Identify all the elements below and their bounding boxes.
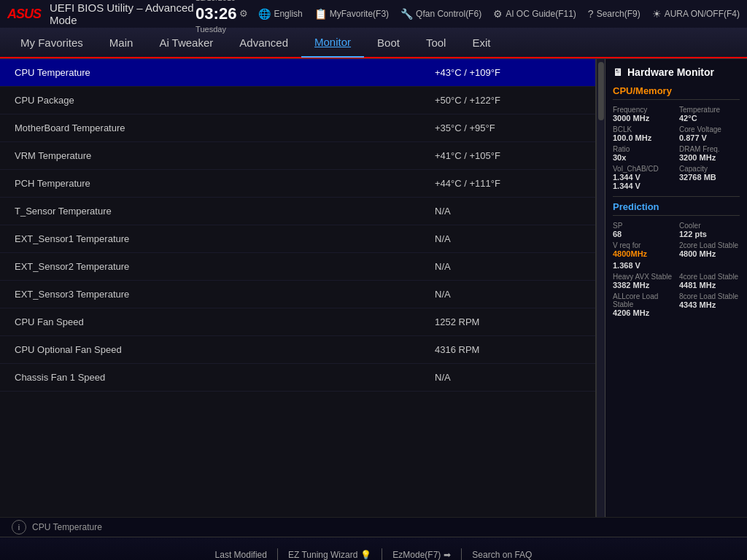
nav-ai-tweaker[interactable]: Ai Tweaker bbox=[146, 27, 226, 58]
myfavorite-button[interactable]: 📋 MyFavorite(F3) bbox=[314, 8, 389, 20]
cpu-memory-stats: Frequency 3000 MHz Temperature 42°C BCLK… bbox=[613, 106, 740, 190]
table-row[interactable]: CPU Package +50°C / +122°F bbox=[0, 87, 595, 114]
row-label: MotherBoard Temperature bbox=[15, 122, 435, 133]
aura-button[interactable]: ☀ AURA ON/OFF(F4) bbox=[652, 8, 740, 20]
scrollbar-thumb[interactable] bbox=[598, 62, 604, 120]
table-row[interactable]: Chassis Fan 1 Speed N/A bbox=[0, 364, 595, 392]
arrow-icon: ➡ bbox=[444, 550, 451, 560]
stat-item: Ratio 30x bbox=[613, 145, 673, 162]
row-value: +43°C / +109°F bbox=[435, 67, 581, 78]
stat-item: ALLcore Load Stable 4206 MHz bbox=[613, 292, 673, 317]
settings-icon[interactable]: ⚙ bbox=[239, 8, 248, 20]
search-icon: ? bbox=[588, 8, 594, 20]
row-value: +35°C / +95°F bbox=[435, 122, 581, 133]
stat-item: 1.368 V bbox=[613, 261, 673, 270]
nav-my-favorites[interactable]: My Favorites bbox=[7, 27, 96, 58]
row-value: N/A bbox=[435, 233, 581, 244]
row-label: CPU Package bbox=[15, 95, 435, 106]
row-value: 4316 RPM bbox=[435, 344, 581, 355]
row-label: VRM Temperature bbox=[15, 150, 435, 161]
fan-icon: 🔧 bbox=[400, 8, 413, 20]
stat-label: Frequency bbox=[613, 106, 673, 114]
stat-value: 4343 MHz bbox=[679, 300, 740, 309]
table-row[interactable]: EXT_Sensor2 Temperature N/A bbox=[0, 253, 595, 281]
stat-value: 30x bbox=[613, 153, 673, 162]
table-row[interactable]: VRM Temperature +41°C / +105°F bbox=[0, 142, 595, 170]
table-row[interactable]: CPU Temperature +43°C / +109°F bbox=[0, 59, 595, 87]
header-top: ASUS UEFI BIOS Utility – Advanced Mode 1… bbox=[0, 0, 747, 28]
stat-item bbox=[679, 261, 740, 270]
qfan-button[interactable]: 🔧 Qfan Control(F6) bbox=[400, 8, 481, 20]
navbar: My Favorites Main Ai Tweaker Advanced Mo… bbox=[0, 28, 747, 58]
ez-tuning-button[interactable]: EZ Tuning Wizard 💡 bbox=[278, 548, 382, 561]
stat-item: 2core Load Stable 4800 MHz bbox=[679, 241, 740, 258]
nav-monitor[interactable]: Monitor bbox=[301, 27, 364, 58]
stat-label: Temperature bbox=[679, 106, 740, 114]
stat-item: V req for 4800MHz bbox=[613, 241, 673, 258]
table-row[interactable]: EXT_Sensor3 Temperature N/A bbox=[0, 281, 595, 308]
row-value: N/A bbox=[435, 289, 581, 300]
row-label: CPU Optional Fan Speed bbox=[15, 344, 435, 355]
time-block: 03:26 ⚙ bbox=[196, 4, 248, 25]
footer: Last Modified EZ Tuning Wizard 💡 EzMode(… bbox=[0, 537, 747, 560]
table-row[interactable]: T_Sensor Temperature N/A bbox=[0, 198, 595, 225]
stat-item: Heavy AVX Stable 3382 MHz bbox=[613, 273, 673, 289]
row-value: 1252 RPM bbox=[435, 316, 581, 327]
scrollbar[interactable] bbox=[596, 59, 605, 517]
stat-value: 32768 MB bbox=[679, 173, 740, 182]
stat-label: Ratio bbox=[613, 145, 673, 153]
stat-value: 3000 MHz bbox=[613, 114, 673, 122]
time-display: 03:26 bbox=[196, 4, 236, 25]
stat-value: 4206 MHz bbox=[613, 308, 673, 317]
row-label: EXT_Sensor1 Temperature bbox=[15, 233, 435, 244]
stat-label: 8core Load Stable bbox=[679, 292, 740, 300]
table-row[interactable]: EXT_Sensor1 Temperature N/A bbox=[0, 225, 595, 253]
last-modified-button[interactable]: Last Modified bbox=[205, 548, 278, 561]
stat-item: Temperature 42°C bbox=[679, 106, 740, 122]
nav-boot[interactable]: Boot bbox=[364, 27, 413, 58]
ez-tuning-label: EZ Tuning Wizard bbox=[288, 550, 357, 560]
info-icon: i bbox=[12, 520, 26, 534]
right-panel: 🖥 Hardware Monitor CPU/Memory Frequency … bbox=[605, 59, 747, 517]
stat-item: 4core Load Stable 4481 MHz bbox=[679, 273, 740, 289]
stat-label: 2core Load Stable bbox=[679, 241, 740, 249]
aioc-label: AI OC Guide(F11) bbox=[506, 9, 576, 19]
row-label: CPU Fan Speed bbox=[15, 316, 435, 327]
monitor-icon: 🖥 bbox=[613, 66, 623, 78]
myfavorite-label: MyFavorite(F3) bbox=[330, 9, 389, 19]
row-label: EXT_Sensor2 Temperature bbox=[15, 261, 435, 272]
nav-tool[interactable]: Tool bbox=[413, 27, 460, 58]
stat-value: 1.344 V1.344 V bbox=[613, 173, 673, 190]
language-button[interactable]: 🌐 English bbox=[258, 8, 302, 20]
row-label: PCH Temperature bbox=[15, 178, 435, 189]
stat-value: 3200 MHz bbox=[679, 153, 740, 162]
stat-value: 1.368 V bbox=[613, 261, 673, 270]
ez-mode-button[interactable]: EzMode(F7) ➡ bbox=[382, 548, 462, 561]
footer-buttons: Last Modified EZ Tuning Wizard 💡 EzMode(… bbox=[0, 545, 747, 561]
ai-icon: ⚙ bbox=[493, 8, 503, 20]
stat-label: 4core Load Stable bbox=[679, 273, 740, 281]
table-row[interactable]: MotherBoard Temperature +35°C / +95°F bbox=[0, 114, 595, 142]
search-label: Search(F9) bbox=[597, 9, 640, 19]
nav-main[interactable]: Main bbox=[96, 27, 147, 58]
nav-exit[interactable]: Exit bbox=[459, 27, 503, 58]
nav-advanced[interactable]: Advanced bbox=[226, 27, 301, 58]
stat-label: Heavy AVX Stable bbox=[613, 273, 673, 281]
table-row[interactable]: PCH Temperature +44°C / +111°F bbox=[0, 170, 595, 198]
table-row[interactable]: CPU Fan Speed 1252 RPM bbox=[0, 308, 595, 336]
stat-value-orange: 4800MHz bbox=[613, 249, 673, 258]
stat-value: 42°C bbox=[679, 114, 740, 122]
stat-label: Vol_ChAB/CD bbox=[613, 165, 673, 173]
search-faq-label: Search on FAQ bbox=[472, 550, 532, 560]
prediction-section-title: Prediction bbox=[613, 201, 740, 216]
aioc-button[interactable]: ⚙ AI OC Guide(F11) bbox=[493, 8, 576, 20]
table-row[interactable]: CPU Optional Fan Speed 4316 RPM bbox=[0, 336, 595, 364]
asus-logo: ASUS bbox=[7, 7, 41, 22]
search-faq-button[interactable]: Search on FAQ bbox=[462, 548, 542, 561]
stat-item: Capacity 32768 MB bbox=[679, 165, 740, 190]
header-buttons: 🌐 English 📋 MyFavorite(F3) 🔧 Qfan Contro… bbox=[258, 8, 740, 20]
hardware-monitor-title: 🖥 Hardware Monitor bbox=[613, 66, 740, 78]
search-button[interactable]: ? Search(F9) bbox=[588, 8, 640, 20]
stat-value: 4481 MHz bbox=[679, 281, 740, 289]
row-value: +44°C / +111°F bbox=[435, 178, 581, 189]
